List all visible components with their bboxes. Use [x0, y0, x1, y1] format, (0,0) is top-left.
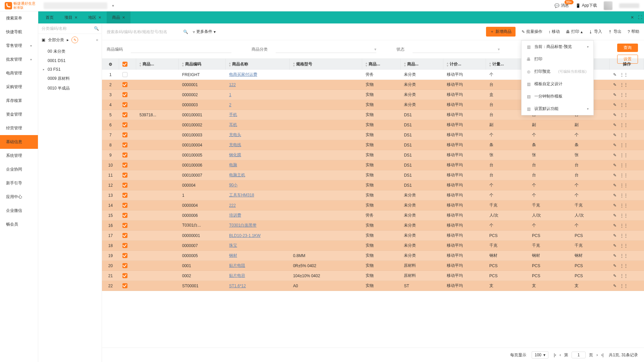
org-selector[interactable]	[44, 2, 107, 9]
sidebar-item[interactable]: 新手引导	[0, 176, 38, 190]
search-icon[interactable]: 🔍	[183, 29, 188, 34]
more-row-icon[interactable]: ⋮⋮	[620, 173, 628, 178]
edit-row-icon[interactable]: ✎	[613, 233, 616, 238]
category-item[interactable]: 0010 半成品	[38, 83, 102, 93]
product-name-link[interactable]: 电商买家付运费	[229, 72, 257, 77]
sidebar-item[interactable]: 应用中心	[0, 190, 38, 204]
more-row-icon[interactable]: ⋮⋮	[620, 213, 628, 218]
table-row[interactable]: 10000100006电脑实物DS1移动平均台台台✎⋮⋮	[102, 160, 644, 170]
table-row[interactable]: 6000100002耳机实物DS1移动平均副副副✎⋮⋮	[102, 120, 644, 130]
move-link[interactable]: ↕移动	[548, 29, 560, 35]
edit-row-icon[interactable]: ✎	[613, 133, 616, 137]
edit-row-icon[interactable]: ✎	[613, 82, 616, 87]
table-row[interactable]: 210002贴片电容104±10% 0402实物原材料移动平均PCSPCSPCS…	[102, 271, 644, 281]
product-name-link[interactable]: 培训费	[229, 213, 241, 218]
edit-row-icon[interactable]: ✎	[613, 223, 616, 228]
edit-row-icon[interactable]: ✎	[613, 243, 616, 248]
sidebar-item[interactable]: 经营管理	[0, 121, 38, 135]
product-name-link[interactable]: BLD10-23-1.1KW	[229, 233, 261, 238]
edit-row-icon[interactable]: ✎	[613, 113, 616, 117]
col-settings[interactable]: ⚙	[102, 59, 119, 70]
table-row[interactable]: 22ST00001ST1.6*12A0实物ST移动平均支支支✎⋮⋮	[102, 281, 644, 291]
row-checkbox[interactable]	[122, 163, 127, 168]
close-icon[interactable]: ✕	[98, 15, 101, 20]
dd-defaults[interactable]: ▥设置默认功能▾	[522, 103, 593, 115]
more-row-icon[interactable]: ⋮⋮	[620, 103, 628, 107]
category-item[interactable]: 0009 原材料	[38, 74, 102, 83]
sidebar-item[interactable]: 电商管理	[0, 66, 38, 80]
product-name-link[interactable]: 手机	[229, 112, 237, 117]
row-checkbox[interactable]	[122, 132, 127, 137]
edit-row-icon[interactable]: ✎	[613, 123, 616, 127]
product-name-link[interactable]: 122	[229, 82, 236, 87]
sidebar-item[interactable]: 基础信息	[0, 135, 38, 149]
product-name-link[interactable]: 贴片电容	[229, 273, 245, 278]
edit-row-icon[interactable]: ✎	[613, 103, 616, 107]
product-name-link[interactable]: 1	[229, 93, 231, 97]
filter-code-field[interactable]	[131, 46, 231, 53]
more-row-icon[interactable]: ⋮⋮	[620, 203, 628, 208]
product-name-link[interactable]: 222	[229, 203, 236, 208]
product-name-link[interactable]: 2	[229, 103, 231, 107]
col-spec[interactable]: ▴▾规格型号	[290, 59, 362, 70]
row-checkbox[interactable]	[122, 122, 127, 127]
sidebar-item[interactable]: 畅会员	[0, 218, 38, 231]
app-download-link[interactable]: 📱 App下载	[576, 3, 597, 8]
more-row-icon[interactable]: ⋮⋮	[620, 133, 628, 137]
table-row[interactable]: 8000100004充电线实物DS1移动平均条条条✎⋮⋮	[102, 140, 644, 150]
sidebar-item[interactable]: 资金管理	[0, 108, 38, 121]
row-checkbox[interactable]	[122, 102, 127, 107]
first-page-icon[interactable]: |‹	[554, 353, 556, 357]
last-page-icon[interactable]: ›|	[601, 353, 603, 357]
col-select-all[interactable]	[119, 59, 136, 70]
table-row[interactable]: 200001贴片电阻0R±5% 0402实物原材料移动平均PCSPCSPCS✎⋮…	[102, 261, 644, 271]
row-checkbox[interactable]	[122, 142, 127, 147]
query-button[interactable]: 查询	[617, 44, 638, 52]
more-row-icon[interactable]: ⋮⋮	[620, 263, 628, 268]
next-page-icon[interactable]: ›	[596, 353, 598, 357]
prev-page-icon[interactable]: ‹	[559, 353, 561, 357]
sidebar-item[interactable]: 企业微信	[0, 204, 38, 218]
table-row[interactable]: 190000005钢材0.8MM实物未分类移动平均钢材钢材钢材✎⋮⋮	[102, 251, 644, 261]
more-row-icon[interactable]: ⋮⋮	[620, 143, 628, 147]
row-checkbox[interactable]	[122, 283, 127, 288]
edit-row-icon[interactable]: ✎	[613, 143, 616, 147]
table-row[interactable]: 140000004222实物未分类移动平均千克千克千克✎⋮⋮	[102, 200, 644, 210]
edit-row-icon[interactable]: ✎	[613, 93, 616, 97]
more-row-icon[interactable]: ⋮⋮	[620, 82, 628, 87]
product-name-link[interactable]: 充电线	[229, 142, 241, 147]
edit-category-icon[interactable]: ✎	[71, 37, 78, 43]
search-icon[interactable]: 🔍	[94, 26, 99, 31]
col-code[interactable]: ▴▾商品编码	[179, 59, 226, 70]
product-name-link[interactable]: T0301白面黑带	[229, 223, 257, 228]
add-product-button[interactable]: ＋新增商品	[486, 27, 516, 37]
row-checkbox[interactable]	[122, 82, 127, 87]
edit-row-icon[interactable]: ✎	[613, 253, 616, 258]
sidebar-item[interactable]: 采购管理	[0, 80, 38, 94]
close-icon[interactable]: ✕	[74, 15, 77, 20]
row-checkbox[interactable]	[122, 193, 127, 198]
edit-row-icon[interactable]: ✎	[613, 163, 616, 168]
sidebar-item[interactable]: 批发管理▾	[0, 53, 38, 66]
row-checkbox[interactable]	[122, 253, 127, 258]
play-icon[interactable]: ▸	[67, 38, 69, 42]
category-item[interactable]: 00 未分类	[38, 47, 102, 56]
product-name-link[interactable]: 耳机	[229, 122, 237, 127]
username[interactable]	[619, 3, 639, 8]
more-row-icon[interactable]: ⋮⋮	[620, 284, 628, 288]
dd-current-template[interactable]: ▥当前：商品标签-预览▾	[522, 41, 593, 53]
dd-print[interactable]: 🖶打印	[522, 53, 593, 65]
more-row-icon[interactable]: ⋮⋮	[620, 193, 628, 198]
more-row-icon[interactable]: ⋮⋮	[620, 274, 628, 278]
row-checkbox[interactable]	[122, 203, 127, 208]
more-row-icon[interactable]: ⋮⋮	[620, 163, 628, 168]
import-link[interactable]: ⭳导入	[589, 29, 602, 35]
settings-button[interactable]: 设置	[617, 55, 638, 64]
dd-custom-template[interactable]: ▥模板自定义设计	[522, 78, 593, 90]
more-row-icon[interactable]: ⋮⋮	[620, 253, 628, 258]
row-checkbox[interactable]	[122, 183, 127, 188]
category-item[interactable]: 0001 DS1	[38, 56, 102, 65]
row-checkbox[interactable]	[122, 173, 127, 178]
product-name-link[interactable]: 电脑主机	[229, 173, 245, 177]
print-link[interactable]: 🖶打印▴	[566, 29, 583, 35]
